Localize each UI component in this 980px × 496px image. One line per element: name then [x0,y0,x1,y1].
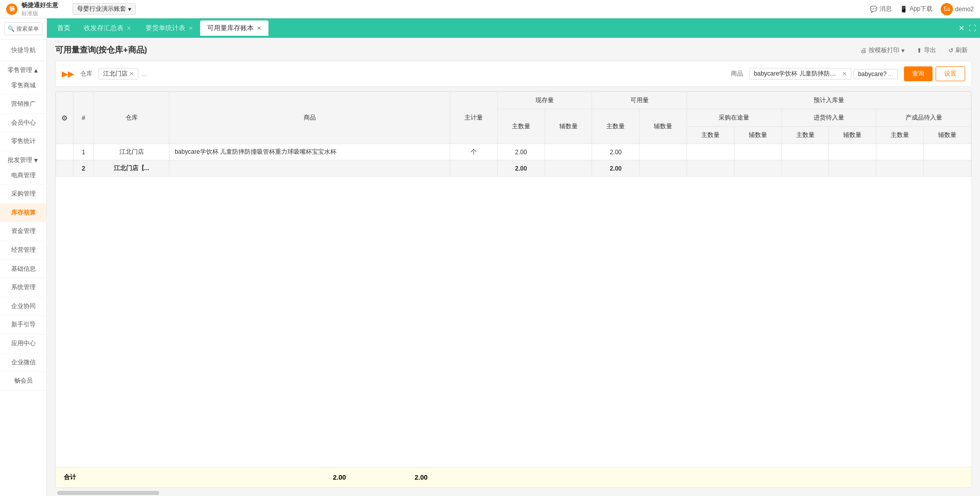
search-menu-btn[interactable]: 🔍 搜索菜单 [4,22,42,35]
table-footer: 合计 2.00 2.00 [56,467,971,487]
settings-btn[interactable]: 设置 [936,66,965,81]
query-btn[interactable]: 查询 [904,66,933,81]
warehouse-tag[interactable]: 江北门店 ✕ [99,68,138,80]
refresh-btn[interactable]: ↺ 刷新 [944,44,972,57]
expand-filter-btn[interactable]: ▶▶ [62,69,74,79]
th-index: # [74,92,94,144]
print-btn[interactable]: 🖨 按模板打印 ▾ [856,44,909,57]
maximize-icon[interactable]: ⛶ [969,24,976,32]
avatar: Ea [941,3,953,15]
td-purchase-main-1 [687,160,734,177]
sidebar-item-inventory[interactable]: 库存核算 [0,204,46,223]
product-label: 商品 [731,69,743,78]
sidebar-item-member[interactable]: 会员中心 [0,114,46,133]
page-header: 可用量查询(按仓库+商品) 🖨 按模板打印 ▾ ⬆ 导出 ↺ 刷新 [47,38,980,61]
th-incoming-goods-group: 进货待入量 [781,109,876,127]
user-btn[interactable]: Ea demo2 [941,3,974,15]
brand-info: 畅捷通好生意 标准版 [21,1,58,17]
content-area: 可用量查询(按仓库+商品) 🖨 按模板打印 ▾ ⬆ 导出 ↺ 刷新 [47,38,980,496]
th-purchase-on-way-group: 采购在途量 [687,109,782,127]
td-unit-0: 个 [450,144,498,160]
brand-sub: 标准版 [21,10,58,17]
sidebar-item-online-shop[interactable]: 零售商城 [0,77,46,96]
industry-select[interactable]: 母婴行业演示账套 ▾ [72,3,136,15]
sidebar-item-ecommerce[interactable]: 电商管理 [0,167,46,185]
table-container: ⚙ # 仓库 商品 主计量 现存量 可用量 预计入库量 [55,91,972,488]
sidebar-item-system[interactable]: 系统管理 [0,278,46,297]
sidebar-item-vip[interactable]: 畅会员 [0,372,46,391]
th-unit: 主计量 [450,92,498,144]
sidebar-item-app-center[interactable]: 应用中心 [0,335,46,353]
th-avail-aux: 辅数量 [640,109,687,144]
td-stock-main-1: 2.00 [497,160,545,177]
message-btn[interactable]: 💬 消息 [870,5,892,13]
tab-bar-right: ✕ ⛶ [959,24,976,32]
tab-close-receive-pay[interactable]: ✕ [127,25,131,32]
download-icon: 📱 [900,6,908,13]
product-tag-close-0[interactable]: ✕ [842,70,847,77]
top-bar-right: 💬 消息 📱 App下载 Ea demo2 [870,3,974,15]
sidebar-item-purchase[interactable]: 采购管理 [0,185,46,204]
filter-more-indicator[interactable]: ... [141,70,147,78]
sidebar-item-retail-stats[interactable]: 零售统计 [0,132,46,151]
sidebar-item-operations[interactable]: 经营管理 [0,241,46,260]
product-filter-tags: babycare学饮杯 儿童防摔防撞吸管杯重力球吸嘴杯宝宝水杯 ✕ babyca… [749,68,898,80]
sidebar-item-guide[interactable]: 新手引导 [0,316,46,335]
tab-close-available-ledger[interactable]: ✕ [257,25,261,32]
tab-close-order-stats[interactable]: ✕ [188,25,193,32]
chevron-down-icon: ▼ [33,157,39,164]
td-settings-1 [56,160,74,177]
export-btn[interactable]: ⬆ 导出 [913,44,940,57]
td-product-1 [169,160,450,177]
td-finished-main-0 [876,144,924,160]
main-layout: 🔍 搜索菜单 快捷导航 零售管理 ▲ 零售商城 营销推广 会员中心 零售统计 [0,18,980,496]
brand-name: 畅捷通好生意 [21,1,58,10]
td-avail-aux-0 [640,144,687,160]
footer-values: 2.00 2.00 [156,474,971,481]
footer-label: 合计 [64,473,156,482]
tab-available-ledger[interactable]: 可用量库存账本 ✕ [200,20,268,36]
footer-stock-aux [360,474,401,481]
table-scroll-area[interactable]: ⚙ # 仓库 商品 主计量 现存量 可用量 预计入库量 [56,91,971,467]
page-title: 可用量查询(按仓库+商品) [55,45,147,56]
th-incoming-aux: 辅数量 [829,127,876,144]
logo-icon: 畅 [6,4,17,15]
sidebar-item-wholesale[interactable]: 批发管理 ▼ [0,151,46,167]
warehouse-tag-close[interactable]: ✕ [129,70,134,77]
th-finished-goods-group: 产成品待入量 [876,109,971,127]
app-download-btn[interactable]: 📱 App下载 [900,5,933,13]
td-settings-0 [56,144,74,160]
sidebar-item-finance[interactable]: 资金管理 [0,222,46,241]
filter-actions: 查询 设置 [904,66,965,81]
export-icon: ⬆ [917,47,922,54]
quick-nav-btn[interactable]: 快捷导航 [4,44,42,57]
product-more-indicator: ... [888,70,893,78]
tab-order-stats[interactable]: 要货单统计表 ✕ [138,20,200,36]
horizontal-scrollbar[interactable] [55,490,972,496]
sidebar-item-marketing[interactable]: 营销推广 [0,95,46,114]
sidebar-item-basic-info[interactable]: 基础信息 [0,260,46,279]
close-window-icon[interactable]: ✕ [959,24,965,32]
filter-bar: ▶▶ 仓库 江北门店 ✕ ... 商品 babycare学饮杯 儿童防摔防撞吸管… [55,61,972,87]
table-row: 2 江北门店【... 2.00 2.00 [56,160,971,177]
tab-home[interactable]: 首页 [51,20,77,36]
product-tag-1[interactable]: babycare? ... [853,69,898,79]
td-incoming-main-0 [781,144,829,160]
quick-nav-area: 快捷导航 [0,40,46,61]
sidebar-item-zero-sales[interactable]: 零售管理 ▲ [0,61,46,77]
sidebar-item-wechat[interactable]: 企业微信 [0,353,46,372]
product-tag-0[interactable]: babycare学饮杯 儿童防摔防撞吸管杯重力球吸嘴杯宝宝水杯 ✕ [749,68,851,80]
sidebar-item-enterprise[interactable]: 企业协同 [0,297,46,316]
td-stock-main-0: 2.00 [497,144,545,160]
scrollbar-thumb[interactable] [57,491,159,495]
footer-spacer [156,474,319,481]
tab-receive-pay[interactable]: 收发存汇总表 ✕ [77,20,138,36]
table-row: 1 江北门店 babycare学饮杯 儿童防摔防撞吸管杯重力球吸嘴杯宝宝水杯 个… [56,144,971,160]
td-avail-main-1: 2.00 [592,160,640,177]
th-settings[interactable]: ⚙ [56,92,74,144]
td-index-0: 1 [74,144,94,160]
td-finished-aux-0 [924,144,971,160]
td-unit-1 [450,160,498,177]
footer-stock-main: 2.00 [319,474,360,481]
th-avail-main: 主数量 [592,109,640,144]
